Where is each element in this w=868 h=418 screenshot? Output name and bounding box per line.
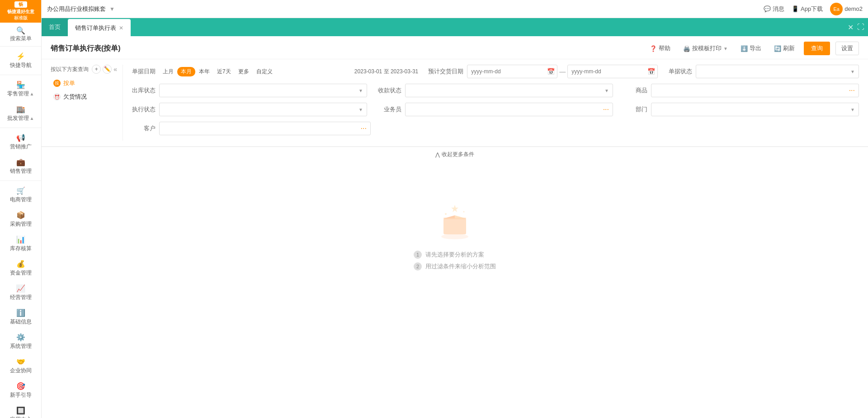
- inventory-label: 库存核算: [10, 245, 32, 252]
- department-select[interactable]: ▼: [651, 103, 859, 116]
- collapse-label: 收起更多条件: [442, 151, 474, 158]
- filter-form: 单据日期 上月 本月 本年 近7天 更多 自定义 2023-03-01 至 20…: [123, 65, 859, 141]
- ecom-section: 🛒 电商管理 📦 采购管理 📊 库存核算 💰 资金管理 📈 经营管理 ℹ️ 基础…: [0, 181, 41, 418]
- date-btn-this-year[interactable]: 本年: [195, 67, 213, 76]
- settings-button[interactable]: 设置: [835, 42, 859, 55]
- new-user-label: 新手引导: [10, 391, 32, 399]
- date-btn-last-7-days[interactable]: 近7天: [213, 67, 235, 76]
- date-end-input[interactable]: [567, 65, 658, 78]
- collapse-chevron-icon: ⋀: [435, 152, 440, 158]
- tip-1-text: 请先选择要分析的方案: [425, 251, 484, 259]
- tab-sales-order[interactable]: 销售订单执行表 ✕: [68, 19, 131, 37]
- scheme-by-order[interactable]: 按 按单: [51, 77, 117, 89]
- date-btn-this-month[interactable]: 本月: [177, 67, 195, 76]
- collapse-sidebar-button[interactable]: «: [113, 66, 117, 73]
- sidebar-item-sales[interactable]: 💼 销售管理: [0, 154, 41, 179]
- date-label: 单据日期: [130, 67, 156, 76]
- inventory-icon: 📊: [16, 235, 25, 244]
- sidebar-item-quick-nav[interactable]: ⚡ 快捷导航: [0, 48, 41, 73]
- user-avatar: Ea: [830, 3, 843, 15]
- svg-point-6: [445, 213, 447, 215]
- retail-label: 零售管理: [7, 90, 29, 98]
- collapse-row: ⋀ 收起更多条件: [42, 147, 868, 162]
- delivery-status-select[interactable]: ▼: [159, 84, 367, 97]
- main-wrapper: 办公用品行业模拟账套 ▼ 💬 消息 📱 App下载 Ea demo2 首页 销售…: [42, 0, 868, 418]
- tip-2-num: 2: [414, 262, 422, 271]
- date-btn-last-month[interactable]: 上月: [159, 67, 177, 76]
- date-btn-custom[interactable]: 自定义: [253, 67, 276, 76]
- logo-icon: 畅: [14, 1, 27, 8]
- salesperson-select[interactable]: ···: [405, 103, 613, 116]
- tab-home[interactable]: 首页: [42, 18, 68, 36]
- purchase-icon: 📦: [16, 211, 25, 219]
- tip-1-num: 1: [414, 251, 422, 259]
- goods-more-icon[interactable]: ···: [849, 86, 855, 95]
- sidebar-item-retail[interactable]: 🏪 零售管理 ▲: [0, 77, 41, 101]
- template-print-button[interactable]: 🖨️ 按模板打印 ▼: [679, 43, 731, 54]
- topbar-dropdown-icon[interactable]: ▼: [109, 6, 115, 12]
- filter-sidebar-actions: + ✏️ «: [92, 65, 117, 74]
- refresh-button[interactable]: 🔄 刷新: [770, 43, 798, 54]
- app-logo[interactable]: 畅 畅捷通好生意 标准版: [0, 0, 41, 23]
- sidebar-item-system[interactable]: ⚙️ 系统管理: [0, 329, 41, 354]
- refresh-label: 刷新: [783, 44, 795, 52]
- basic-info-icon: ℹ️: [16, 309, 25, 317]
- finance-label: 资金管理: [10, 269, 32, 277]
- execution-status-select[interactable]: ▼: [159, 103, 367, 116]
- scheme-debt[interactable]: ⏰ 欠货情况: [51, 91, 117, 103]
- date-start-icon[interactable]: 📅: [547, 68, 555, 75]
- sidebar-item-finance[interactable]: 💰 资金管理: [0, 256, 41, 280]
- sidebar: 畅 畅捷通好生意 标准版 🔍 搜索菜单 ⚡ 快捷导航 🏪 零售管理 ▲ 🏬 批发…: [0, 0, 42, 418]
- sidebar-item-ops[interactable]: 📈 经营管理: [0, 280, 41, 305]
- salesperson-more-icon[interactable]: ···: [603, 105, 609, 114]
- svg-point-7: [463, 211, 465, 213]
- topbar-title: 办公用品行业模拟账套: [47, 5, 106, 13]
- page-content: 销售订单执行表(按单) ❓ 帮助 🖨️ 按模板打印 ▼ ⬇️ 导出 🔄 刷新: [42, 36, 868, 418]
- tab-close-icon[interactable]: ✕: [119, 25, 123, 31]
- sidebar-item-wholesale[interactable]: 🏬 批发管理 ▲: [0, 101, 41, 126]
- edit-scheme-button[interactable]: ✏️: [103, 65, 112, 74]
- scheme-debt-label: 欠货情况: [63, 93, 87, 101]
- page-title: 销售订单执行表(按单): [51, 44, 121, 53]
- collapse-button[interactable]: ⋀ 收起更多条件: [430, 149, 480, 160]
- customer-select[interactable]: ···: [159, 122, 371, 135]
- add-scheme-button[interactable]: +: [92, 65, 101, 74]
- sidebar-item-inventory[interactable]: 📊 库存核算: [0, 232, 41, 256]
- sidebar-item-app-center[interactable]: 🔲 应用中心: [0, 403, 41, 418]
- collection-status-select[interactable]: ▼: [405, 84, 613, 97]
- export-icon: ⬇️: [741, 45, 748, 52]
- user-menu[interactable]: Ea demo2: [830, 3, 863, 15]
- finance-icon: 💰: [16, 260, 25, 268]
- tab-close-window-icon[interactable]: ✕: [848, 23, 854, 32]
- sidebar-item-enterprise-collab[interactable]: 🤝 企业协同: [0, 354, 41, 378]
- goods-select[interactable]: ···: [651, 84, 859, 97]
- tab-expand-icon[interactable]: ⛶: [857, 23, 864, 31]
- customer-more-icon[interactable]: ···: [361, 124, 367, 133]
- message-button[interactable]: 💬 消息: [764, 5, 784, 13]
- goods-field: 商品 ···: [622, 84, 859, 97]
- enterprise-collab-label: 企业协同: [10, 367, 32, 375]
- sidebar-item-purchase[interactable]: 📦 采购管理: [0, 207, 41, 232]
- date-btn-more[interactable]: 更多: [235, 67, 253, 76]
- sidebar-item-basic-info[interactable]: ℹ️ 基础信息: [0, 305, 41, 329]
- ops-icon: 📈: [16, 284, 25, 293]
- help-icon: ❓: [650, 45, 657, 52]
- export-button[interactable]: ⬇️ 导出: [737, 43, 765, 54]
- execution-status-label: 执行状态: [130, 105, 156, 114]
- sidebar-item-ecom[interactable]: 🛒 电商管理: [0, 183, 41, 207]
- search-menu-item[interactable]: 🔍 搜索菜单: [0, 23, 41, 47]
- marketing-icon: 📢: [16, 133, 25, 142]
- department-field: 部门 ▼: [622, 103, 859, 116]
- collection-status-label: 收款状态: [376, 86, 401, 95]
- svg-rect-1: [443, 218, 466, 234]
- date-start-input[interactable]: [467, 65, 557, 78]
- order-status-select[interactable]: ▼: [696, 65, 859, 78]
- wholesale-icon: 🏬: [16, 105, 25, 114]
- sidebar-item-marketing[interactable]: 📢 营销推广: [0, 130, 41, 154]
- sidebar-item-new-user[interactable]: 🎯 新手引导: [0, 378, 41, 403]
- query-button[interactable]: 查询: [804, 42, 830, 55]
- wholesale-label: 批发管理: [7, 114, 29, 122]
- help-button[interactable]: ❓ 帮助: [646, 43, 674, 54]
- date-end-icon[interactable]: 📅: [647, 68, 655, 75]
- app-download-button[interactable]: 📱 App下载: [792, 5, 823, 13]
